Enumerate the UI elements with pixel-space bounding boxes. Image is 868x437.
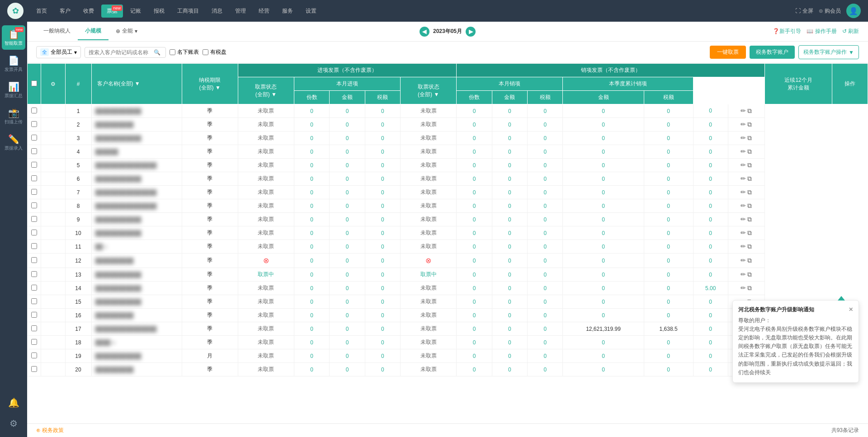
row-checkbox[interactable]	[31, 243, 37, 249]
nav-operation[interactable]: 经营	[253, 5, 275, 18]
search-box[interactable]: 🔍	[85, 47, 166, 58]
has-taxdisk-checkbox[interactable]: 有税盘	[203, 48, 226, 56]
row-checkbox[interactable]	[31, 366, 37, 372]
row-checkbox-cell[interactable]	[28, 132, 41, 145]
row-checkbox-cell[interactable]	[28, 336, 41, 349]
row-checkbox-cell[interactable]	[28, 226, 41, 240]
row-checkbox-cell[interactable]	[28, 213, 41, 226]
row-checkbox[interactable]	[31, 216, 37, 222]
fullscreen-button[interactable]: ⛶ 全屏	[795, 7, 813, 15]
q-amount-link[interactable]: 0	[602, 230, 605, 236]
copy-icon[interactable]: ⧉	[747, 229, 752, 236]
row-checkbox-cell[interactable]	[28, 118, 41, 132]
under-account-checkbox[interactable]: 名下账表	[170, 48, 199, 56]
copy-icon[interactable]: ⧉	[747, 188, 752, 196]
copy-icon[interactable]: ⧉	[747, 202, 752, 209]
th-settings[interactable]: ⚙	[41, 64, 66, 104]
nav-home[interactable]: 首页	[31, 5, 52, 18]
q-tax-link[interactable]: 0	[667, 108, 670, 114]
tax-digital-account-button[interactable]: 税务数字账户	[750, 46, 795, 59]
q-tax-link[interactable]: 0	[667, 244, 670, 250]
q-tax-link[interactable]: 0	[667, 162, 670, 169]
q-amount-link[interactable]: 0	[602, 312, 605, 319]
row-checkbox[interactable]	[31, 285, 37, 291]
copy-icon[interactable]: ⧉	[747, 216, 752, 223]
date-next-button[interactable]: ▶	[466, 27, 476, 37]
row-client-name[interactable]: ██████████	[91, 309, 182, 322]
q-tax-link[interactable]: 0	[667, 339, 670, 346]
row-client-name[interactable]: ████████████████	[91, 199, 182, 213]
sidebar-item-notify[interactable]: 🔔	[2, 394, 25, 413]
q-amount-link[interactable]: 0	[602, 203, 605, 209]
sidebar-item-setting[interactable]: ⚙	[2, 414, 25, 433]
q-tax-link[interactable]: 0	[667, 258, 670, 264]
row-client-name[interactable]: ██████████	[91, 363, 182, 376]
nav-message[interactable]: 消息	[206, 5, 228, 18]
row-checkbox-cell[interactable]	[28, 145, 41, 159]
copy-icon[interactable]: ⧉	[747, 161, 752, 169]
th-tax-period[interactable]: 纳税期限(全部) ▼	[182, 64, 238, 104]
has-taxdisk-check[interactable]	[203, 49, 208, 55]
refresh-button[interactable]: ↺ 刷新	[842, 28, 859, 35]
logo-icon[interactable]: ✿	[7, 3, 24, 19]
q-tax-link[interactable]: 0	[667, 299, 670, 305]
copy-icon[interactable]: ⧉	[747, 134, 752, 141]
edit-icon[interactable]: ✏	[741, 175, 746, 182]
nav-client[interactable]: 客户	[54, 5, 76, 18]
q-amount-link[interactable]: 0	[602, 135, 605, 141]
th-client-name[interactable]: 客户名称(全部) ▼	[91, 64, 182, 104]
row-checkbox[interactable]	[31, 175, 37, 181]
q-amount-link[interactable]: 0	[602, 216, 605, 223]
q-tax-link[interactable]: 0	[667, 122, 670, 128]
row-client-name[interactable]: ████████████	[91, 172, 182, 186]
one-click-ticket-button[interactable]: 一键取票	[710, 46, 746, 59]
q-amount-link[interactable]: 0	[602, 162, 605, 169]
nav-billing[interactable]: 收费	[78, 5, 99, 18]
q-amount-link[interactable]: 0	[602, 272, 605, 278]
row-checkbox[interactable]	[31, 162, 37, 168]
copy-icon[interactable]: ⧉	[747, 175, 752, 182]
member-button[interactable]: ⊙ 购会员	[819, 7, 841, 15]
row-client-name[interactable]: ████████████	[91, 349, 182, 363]
row-checkbox[interactable]	[31, 135, 37, 141]
row-checkbox[interactable]	[31, 108, 37, 113]
row-client-name[interactable]: ████ ●	[91, 336, 182, 349]
row-client-name[interactable]: ████████████	[91, 295, 182, 309]
row-client-name[interactable]: ██████████	[91, 118, 182, 132]
row-checkbox-cell[interactable]	[28, 199, 41, 213]
q-tax-link[interactable]: 0	[667, 149, 670, 155]
q-amount-link[interactable]: 0	[602, 258, 605, 264]
edit-icon[interactable]: ✏	[741, 148, 746, 155]
sidebar-item-invoice[interactable]: new 📋 智能取票	[2, 25, 25, 50]
sidebar-item-issue[interactable]: 📄 发票开具	[2, 52, 25, 76]
edit-icon[interactable]: ✏	[741, 243, 746, 250]
select-all-checkbox[interactable]	[31, 80, 37, 86]
q-amount-link[interactable]: 0	[602, 367, 605, 373]
row-checkbox[interactable]	[31, 298, 37, 304]
q-tax-link[interactable]: 0	[667, 176, 670, 182]
row-client-name[interactable]: ██████	[91, 145, 182, 159]
tax-ops-dropdown-button[interactable]: 税务数字账户操作 ▼	[798, 45, 859, 59]
employee-selector[interactable]: 全 全部员工 ▾	[36, 46, 81, 58]
q-tax-link[interactable]: 0	[667, 230, 670, 236]
row-checkbox[interactable]	[31, 121, 37, 127]
copy-icon[interactable]: ⧉	[747, 257, 752, 264]
edit-icon[interactable]: ✏	[741, 202, 746, 209]
row-client-name[interactable]: ██ e	[91, 240, 182, 254]
q-tax-link[interactable]: 0	[667, 285, 670, 291]
q-amount-link[interactable]: 0	[602, 299, 605, 305]
row-checkbox[interactable]	[31, 189, 37, 195]
q-amount-link[interactable]: 0	[602, 108, 605, 114]
q-tax-link[interactable]: 0	[667, 312, 670, 319]
row-checkbox[interactable]	[31, 257, 37, 263]
edit-icon[interactable]: ✏	[741, 229, 746, 236]
q-tax-link[interactable]: 0	[667, 367, 670, 373]
row-checkbox[interactable]	[31, 202, 37, 208]
edit-icon[interactable]: ✏	[741, 271, 746, 278]
copy-icon[interactable]: ⧉	[747, 243, 752, 250]
row-checkbox-cell[interactable]	[28, 254, 41, 268]
q-amount-link[interactable]: 0	[602, 244, 605, 250]
row-checkbox[interactable]	[31, 325, 37, 331]
manual-button[interactable]: 📖 操作手册	[807, 28, 836, 35]
row-checkbox-cell[interactable]	[28, 322, 41, 336]
